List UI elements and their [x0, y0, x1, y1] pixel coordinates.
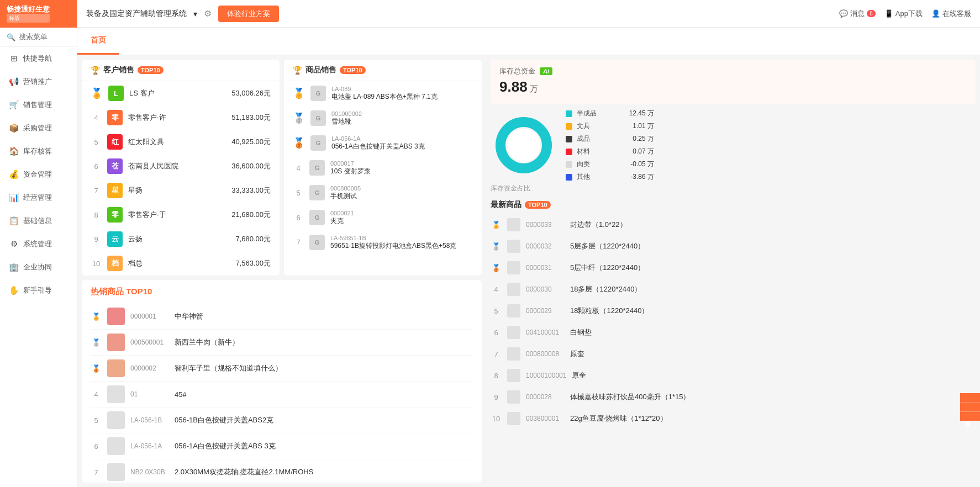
legend-grid: 半成品 12.45 万 文具 1.01 万 成品 0.25 万: [566, 109, 654, 182]
new-products-list: 🏅 0000033 封边带（1.0*22）🥈 0000032 5层多层（1220…: [491, 214, 976, 430]
hot-medal-1: 🏅: [91, 313, 102, 321]
customers-panel: 🏆 客户销售 TOP10 🏅 L LS 客户 53,006.26元 4 零 零售…: [82, 60, 280, 276]
np-name: 5层多层（1220*2440）: [570, 241, 976, 251]
sidebar-item-finance[interactable]: 💰 资金管理: [0, 163, 77, 186]
sidebar-item-basic[interactable]: 📋 基础信息: [0, 209, 77, 232]
tab-home[interactable]: 首页: [77, 28, 119, 55]
sidebar-item-label: 基础信息: [23, 216, 52, 226]
customer-name-3: 红太阳文具: [128, 137, 226, 147]
customer-row-5: 7 星 星扬 33,333.00元: [82, 178, 280, 203]
np-medal-1: 🏅: [491, 221, 502, 229]
goods-medal-3: 🥉: [293, 137, 305, 149]
np-code: 0000032: [526, 242, 565, 250]
goods-row-6: 6 G 0000021 夹克: [284, 205, 482, 230]
goods-row-5: 5 G 000800005 手机测试: [284, 181, 482, 205]
product-img: [107, 334, 125, 351]
online-service-item[interactable]: 👤 在线客服: [931, 9, 971, 19]
np-medal-3: 🥉: [491, 264, 502, 272]
np-medal-2: 🥈: [491, 242, 502, 251]
goods-name-1: 电池盖 LA-089 ABS本色+黑种 7.1克: [331, 92, 473, 102]
customer-name-2: 零售客户·许: [128, 113, 226, 123]
legend-name-0: 半成品: [577, 109, 625, 118]
legend-val-4: -0.05 万: [630, 160, 654, 169]
product-code: 0000002: [130, 364, 169, 372]
customers-title: 客户销售: [103, 65, 134, 75]
hot-top-label: TOP10: [126, 287, 152, 296]
sidebar-item-company[interactable]: 🏢 企业协同: [0, 256, 77, 279]
settings-icon[interactable]: ⚙: [204, 8, 212, 19]
product-code: LA-056-1B: [130, 416, 169, 424]
float-btn-live[interactable]: 直播: [960, 411, 980, 421]
new-product-row: 🏅 0000033 封边带（1.0*22）: [491, 214, 976, 236]
np-rank-4: 4: [491, 285, 502, 294]
np-code: 0000031: [526, 264, 565, 272]
sidebar-item-marketing[interactable]: 📢 营销推广: [0, 70, 77, 93]
system-icon: ⚙: [9, 239, 19, 249]
sales-icon: 🛒: [9, 100, 19, 110]
sidebar-item-home[interactable]: ⊞ 快捷导航: [0, 47, 77, 70]
np-code: 0000029: [526, 307, 565, 315]
legend-item-5: 其他 -3.86 万: [566, 172, 654, 182]
np-code: 0000028: [526, 393, 565, 401]
legend-color-5: [566, 174, 572, 181]
customers-trophy-icon: 🏆: [91, 66, 100, 75]
goods-code-4: 0000017: [330, 160, 473, 167]
trial-button[interactable]: 体验行业方案: [218, 6, 279, 22]
notifications-item[interactable]: 💬 消息 6: [839, 9, 876, 19]
np-icon: [507, 261, 520, 274]
customer-value-5: 33,333.00元: [231, 186, 271, 195]
legend-item-0: 半成品 12.45 万: [566, 109, 654, 118]
product-img: [107, 308, 125, 325]
sidebar-item-label: 营销推广: [23, 77, 52, 87]
customer-name-1: LS 客户: [129, 88, 226, 98]
product-name: 45#: [175, 390, 473, 399]
dropdown-arrow[interactable]: ▾: [193, 9, 197, 18]
sidebar-item-guide[interactable]: ✋ 新手引导: [0, 279, 77, 302]
inventory-amount: 9.88: [499, 78, 528, 96]
sidebar-item-label: 采购管理: [23, 123, 52, 133]
customer-icon-3: 红: [107, 134, 123, 150]
customer-value-6: 21,680.00元: [231, 210, 271, 220]
sidebar-item-label: 资金管理: [23, 170, 52, 179]
hot-product-row: 🏅 0000001 中华神箭: [91, 304, 473, 330]
new-product-row: 8 10000100001 原奎: [491, 365, 976, 387]
sidebar-item-label: 新手引导: [23, 285, 52, 295]
goods-rank-5: 5: [293, 189, 304, 197]
customer-icon-8: 档: [107, 256, 123, 271]
medal-1: 🏅: [91, 87, 103, 99]
sidebar-item-operations[interactable]: 📊 经营管理: [0, 186, 77, 209]
rank-num-4: 6: [91, 162, 102, 171]
legend-color-1: [566, 123, 572, 130]
search-menu[interactable]: 🔍 搜索菜单: [0, 28, 77, 47]
sidebar-item-sales[interactable]: 🛒 销售管理: [0, 93, 77, 117]
legend-name-5: 其他: [577, 172, 626, 182]
sidebar-item-inventory[interactable]: 🏠 库存核算: [0, 140, 77, 163]
hot-product-row: 5 LA-056-1B 056-1B白色按键开关盖ABS2克: [91, 407, 473, 433]
sidebar-item-system[interactable]: ⚙ 系统管理: [0, 232, 77, 256]
legend-val-0: 12.45 万: [629, 109, 654, 118]
notifications-label: 消息: [850, 9, 865, 19]
goods-row-7: 7 G LA-59651-1B 59651-1B旋转投影灯电池盒ABS黑色+58…: [284, 230, 482, 255]
new-product-row: 4 0000030 18多层（1220*2440）: [491, 279, 976, 300]
float-btn-community[interactable]: 服务社区: [960, 402, 980, 411]
np-name: 5层中纤（1220*2440）: [570, 263, 976, 273]
customer-icon-4: 苍: [107, 158, 123, 174]
app-download-item[interactable]: 📱 App下载: [884, 9, 923, 19]
np-rank-7: 7: [491, 350, 502, 358]
np-code: 10000100001: [526, 372, 566, 379]
online-service-label: 在线客服: [942, 9, 971, 19]
sidebar-item-label: 库存核算: [23, 146, 52, 156]
np-icon: [507, 347, 520, 361]
new-product-row: 5 0000029 18颗粒板（1220*2440）: [491, 300, 976, 322]
goods-name-7: 59651-1B旋转投影灯电池盒ABS黑色+58克: [330, 241, 473, 251]
float-btn-service[interactable]: 客服热线: [960, 393, 980, 402]
guide-icon: ✋: [9, 285, 19, 295]
content-header: 首页: [77, 28, 980, 55]
sidebar-item-label: 销售管理: [23, 100, 52, 110]
sidebar-item-purchase[interactable]: 📦 采购管理: [0, 117, 77, 140]
customer-name-8: 档总: [128, 258, 230, 268]
product-code: 000500001: [130, 338, 169, 346]
hot-products-title: 热销商品 TOP10: [91, 287, 473, 297]
hot-product-row: 7 NB2.0X30B 2.0X30MM双搓花轴,搓花直径2.1MM/ROHS: [91, 459, 473, 483]
np-name: 白钢垫: [570, 327, 976, 337]
